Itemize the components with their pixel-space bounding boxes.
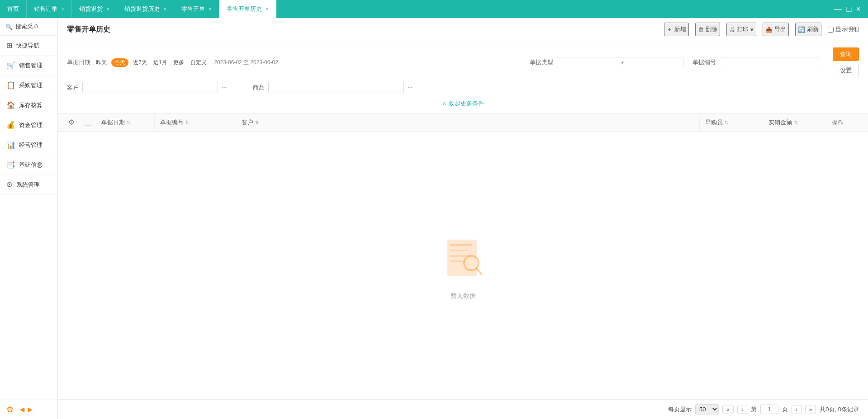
th-amount-sort[interactable]: ⇅ <box>794 120 797 125</box>
goods-filter: 商品 ··· <box>253 82 412 93</box>
sidebar-item-sales-mgmt[interactable]: 🛒 销售管理 <box>0 56 57 75</box>
page-word: 第 <box>751 405 757 414</box>
table-area: ⚙ 单据日期 ⇅ 单据编号 ⇅ 客户 ⇅ 导购员 <box>58 113 868 399</box>
svg-rect-2 <box>450 250 468 251</box>
add-icon: ＋ <box>667 25 673 33</box>
tab-sales-return-close[interactable]: × <box>106 6 109 12</box>
sidebar: 🔍 搜索采单 ⊞ 快捷导航 🛒 销售管理 📋 采购管理 🏠 库存核算 💰 资金管… <box>0 18 58 419</box>
per-page-select[interactable]: 50 10 20 100 <box>695 404 719 414</box>
refresh-label: 刷新 <box>807 25 819 33</box>
empty-text: 暂无数据 <box>451 292 476 300</box>
sales-mgmt-icon: 🛒 <box>6 61 15 70</box>
sidebar-expand-btn[interactable]: ◄► <box>18 405 34 414</box>
export-button[interactable]: 📤 导出 <box>763 23 789 36</box>
sidebar-item-purchase-mgmt[interactable]: 📋 采购管理 <box>0 75 57 95</box>
quick-nav-icon: ⊞ <box>6 41 12 50</box>
sidebar-item-system[interactable]: ⚙ 系统管理 <box>0 175 57 195</box>
sidebar-item-operations-label: 经营管理 <box>19 141 43 149</box>
next-page-btn[interactable]: › <box>792 405 802 414</box>
collapse-filter-btn[interactable]: ∧ 收起更多条件 <box>67 98 859 109</box>
th-customer-sort[interactable]: ⇅ <box>255 120 259 125</box>
tab-retail-history-close[interactable]: × <box>266 6 269 12</box>
sidebar-item-quick-nav[interactable]: ⊞ 快捷导航 <box>0 36 57 56</box>
refresh-button[interactable]: 🔄 刷新 <box>795 23 821 36</box>
tab-retail-open-close[interactable]: × <box>209 6 212 12</box>
total-info: 共0页, 0条记录 <box>820 405 859 414</box>
th-num-sort[interactable]: ⇅ <box>185 120 189 125</box>
page-label: 页 <box>782 405 788 414</box>
tab-sales-return[interactable]: 销货退货 × <box>72 0 117 18</box>
date-custom[interactable]: 自定义 <box>189 58 209 67</box>
date-shortcuts: 昨天 今天 近7天 近1月 更多 自定义 <box>94 58 209 67</box>
doc-type-filter: 单据类型 ▾ <box>530 57 683 68</box>
doc-num-filter: 单据编号 <box>693 57 819 68</box>
empty-state: 暂无数据 <box>58 132 868 399</box>
tab-sales-return-label: 销货退货 <box>79 5 103 13</box>
sidebar-item-basic-info[interactable]: 📑 基础信息 <box>0 155 57 175</box>
operations-icon: 📊 <box>6 141 15 149</box>
doc-type-label: 单据类型 <box>530 58 553 66</box>
window-close-btn[interactable]: × <box>856 5 861 14</box>
date-label: 单据日期 <box>67 58 90 66</box>
first-page-btn[interactable]: « <box>722 405 734 414</box>
delete-icon: 🗑 <box>698 26 704 33</box>
query-button[interactable]: 查询 <box>833 47 859 61</box>
current-page-input[interactable] <box>760 405 778 414</box>
table-header: ⚙ 单据日期 ⇅ 单据编号 ⇅ 客户 ⇅ 导购员 <box>58 113 868 132</box>
add-button[interactable]: ＋ 新增 <box>664 23 689 36</box>
filter-row-1: 单据日期 昨天 今天 近7天 近1月 更多 自定义 2023-06-02 至 2… <box>67 47 859 77</box>
table-settings-icon[interactable]: ⚙ <box>68 118 75 127</box>
tab-home[interactable]: 首页 <box>0 0 27 18</box>
sidebar-item-operations[interactable]: 📊 经营管理 <box>0 135 57 155</box>
th-customer-label: 客户 <box>242 118 253 127</box>
tab-sales-return-history[interactable]: 销货退货历史 × <box>117 0 174 18</box>
doc-type-select[interactable]: ▾ <box>557 57 683 68</box>
system-icon: ⚙ <box>6 180 13 189</box>
basic-info-icon: 📑 <box>6 160 15 169</box>
customer-browse-btn[interactable]: ··· <box>222 83 226 92</box>
window-min-btn[interactable]: — <box>834 5 842 14</box>
tab-retail-open-label: 零售开单 <box>181 5 205 13</box>
sidebar-search[interactable]: 🔍 搜索采单 <box>0 18 57 36</box>
sidebar-settings-btn[interactable]: ⚙ <box>6 405 14 414</box>
print-dropdown-icon: ▾ <box>750 26 754 33</box>
date-more[interactable]: 更多 <box>171 58 186 67</box>
goods-input[interactable] <box>268 82 404 93</box>
window-max-btn[interactable]: □ <box>847 5 852 14</box>
sidebar-item-inventory[interactable]: 🏠 库存核算 <box>0 95 57 115</box>
tab-retail-open[interactable]: 零售开单 × <box>174 0 219 18</box>
th-date: 单据日期 ⇅ <box>96 114 155 131</box>
sidebar-item-sales-mgmt-label: 销售管理 <box>19 61 43 70</box>
show-detail-checkbox[interactable] <box>828 27 834 33</box>
customer-input[interactable] <box>82 82 218 93</box>
th-guide-sort[interactable]: ⇅ <box>725 120 728 125</box>
th-date-sort[interactable]: ⇅ <box>127 120 130 125</box>
date-last7[interactable]: 近7天 <box>131 58 149 67</box>
doc-num-input[interactable] <box>720 57 819 68</box>
tab-sales-return-history-close[interactable]: × <box>163 6 166 12</box>
show-detail-checkbox-label[interactable]: 显示明细 <box>828 25 859 33</box>
main-layout: 🔍 搜索采单 ⊞ 快捷导航 🛒 销售管理 📋 采购管理 🏠 库存核算 💰 资金管… <box>0 18 868 419</box>
settings-col[interactable]: ⚙ <box>63 113 80 131</box>
refresh-icon: 🔄 <box>798 26 805 33</box>
delete-button[interactable]: 🗑 删除 <box>695 23 720 36</box>
svg-rect-4 <box>450 260 465 262</box>
date-last-month[interactable]: 近1月 <box>152 58 169 67</box>
date-today[interactable]: 今天 <box>111 58 128 67</box>
print-button[interactable]: 🖨 打印 ▾ <box>726 23 756 36</box>
sidebar-item-system-label: 系统管理 <box>16 181 40 189</box>
prev-page-btn[interactable]: ‹ <box>737 405 747 414</box>
last-page-btn[interactable]: » <box>805 405 816 414</box>
date-filter: 单据日期 昨天 今天 近7天 近1月 更多 自定义 2023-06-02 至 2… <box>67 58 278 67</box>
sidebar-item-finance[interactable]: 💰 资金管理 <box>0 115 57 135</box>
goods-browse-btn[interactable]: ··· <box>408 83 412 92</box>
settings-button[interactable]: 设置 <box>833 64 859 77</box>
sidebar-item-purchase-mgmt-label: 采购管理 <box>19 81 43 89</box>
tab-home-label: 首页 <box>7 5 19 13</box>
tab-sales-order-close[interactable]: × <box>61 6 64 12</box>
date-yesterday[interactable]: 昨天 <box>94 58 109 67</box>
tab-retail-history[interactable]: 零售开单历史 × <box>219 0 276 18</box>
search-icon: 🔍 <box>5 24 13 30</box>
tab-sales-order[interactable]: 销售订单 × <box>27 0 72 18</box>
select-all-checkbox[interactable] <box>85 119 91 126</box>
